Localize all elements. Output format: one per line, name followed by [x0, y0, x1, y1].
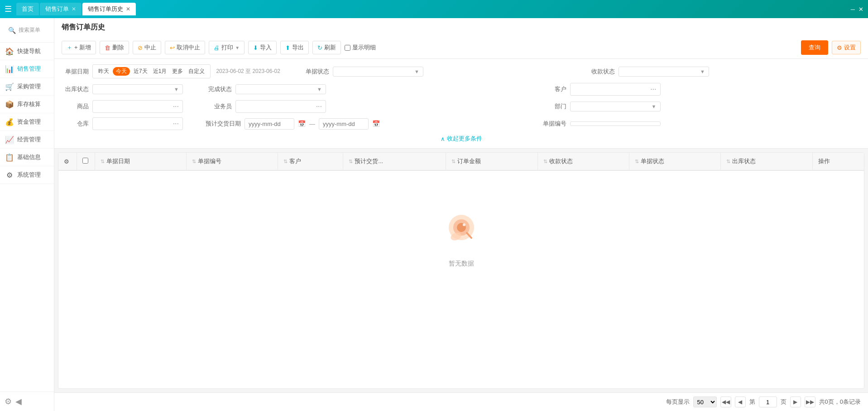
sidebar-item-inventory[interactable]: 📦 库存核算	[0, 96, 54, 113]
refresh-label: 刷新	[324, 44, 336, 52]
print-dropdown-icon: ▼	[235, 45, 240, 50]
page-size-select[interactable]: 50 10 20 100	[693, 396, 717, 407]
current-page-input[interactable]	[759, 396, 777, 407]
customer-dots[interactable]: ···	[650, 85, 656, 93]
salesperson-dots[interactable]: ···	[316, 102, 322, 111]
th-doc-status: ⇅ 单据状态	[629, 153, 721, 170]
export-button[interactable]: ⬆ 导出	[280, 41, 309, 54]
tab-sales-order-history-close[interactable]: ✕	[126, 6, 130, 12]
th-gear[interactable]: ⚙	[58, 153, 77, 170]
goods-filter[interactable]: ···	[92, 100, 183, 113]
completion-status-filter[interactable]: ▼	[235, 84, 326, 94]
first-page-button[interactable]: ◀◀	[720, 396, 731, 407]
import-button[interactable]: ⬇ 导入	[248, 41, 277, 54]
expected-date-end-cal-icon[interactable]: 📅	[372, 120, 380, 127]
prev-page-button[interactable]: ◀	[735, 396, 746, 407]
doc-status-label: 单据状态	[302, 68, 329, 76]
sidebar-item-basic-info[interactable]: 📋 基础信息	[0, 149, 54, 166]
new-button[interactable]: ＋ + 新增	[62, 41, 96, 54]
th-checkbox[interactable]	[77, 153, 95, 170]
tab-sales-order-label: 销售订单	[45, 5, 69, 13]
sys-mgmt-icon: ⚙	[5, 171, 14, 179]
collapse-row: ∧ 收起更多条件	[62, 135, 861, 143]
sidebar-item-finance[interactable]: 💰 资金管理	[0, 113, 54, 131]
outbound-dropdown-icon: ▼	[174, 87, 179, 92]
quick-nav-icon: 🏠	[5, 47, 14, 55]
expected-date-end-input[interactable]	[319, 118, 369, 130]
per-page-label: 每页显示	[666, 398, 690, 406]
collection-status-filter[interactable]: ▼	[619, 67, 709, 77]
gear-icon[interactable]: ⚙	[64, 158, 69, 165]
date-opt-7days[interactable]: 近7天	[132, 67, 149, 76]
filter-row-4: 仓库 ··· 预计交货日期 📅 — 📅 单据编号	[62, 117, 861, 130]
th-outbound-label: 出库状态	[732, 157, 756, 165]
tab-home[interactable]: 首页	[16, 3, 39, 15]
refresh-button[interactable]: ↻ 刷新	[312, 41, 341, 54]
warehouse-filter[interactable]: ···	[92, 117, 183, 130]
date-opt-custom[interactable]: 自定义	[187, 67, 206, 76]
expected-date-start-cal-icon[interactable]: 📅	[298, 120, 306, 127]
display-detail-checkbox[interactable]	[345, 45, 350, 51]
query-label: 查询	[809, 44, 820, 52]
export-label: 导出	[292, 44, 304, 52]
sidebar-collapse-icon[interactable]: ◀	[15, 396, 22, 406]
next-page-button[interactable]: ▶	[790, 396, 801, 407]
date-today-badge[interactable]: 今天	[113, 67, 130, 76]
doc-status-filter[interactable]: ▼	[333, 67, 423, 77]
sidebar-item-quick-nav[interactable]: 🏠 快捷导航	[0, 43, 54, 60]
settings-button[interactable]: ⚙ 设置	[832, 41, 861, 54]
tab-sales-order-close[interactable]: ✕	[72, 6, 76, 12]
date-opt-1month[interactable]: 近1月	[151, 67, 169, 76]
topbar-close-icon[interactable]: ✕	[858, 6, 863, 13]
query-button[interactable]: 查询	[801, 40, 828, 55]
stop-label: 中止	[144, 44, 156, 52]
date-separator: —	[309, 121, 315, 127]
tab-sales-order[interactable]: 销售订单 ✕	[40, 3, 82, 15]
outbound-status-filter[interactable]: ▼	[92, 84, 183, 94]
cancel-stop-label: 取消中止	[177, 44, 200, 52]
th-amount: ⇅ 订单金额	[446, 153, 537, 170]
sidebar-item-sales-mgmt[interactable]: 📊 销售管理	[0, 60, 54, 78]
collapse-btn[interactable]: ∧ 收起更多条件	[441, 135, 482, 143]
date-opt-yesterday[interactable]: 昨天	[96, 67, 111, 76]
delete-button[interactable]: 🗑 删除	[100, 41, 129, 54]
cancel-stop-button[interactable]: ↩ 取消中止	[165, 41, 205, 54]
filter-row-2: 出库状态 ▼ 完成状态 ▼ 客户 ···	[62, 83, 861, 96]
print-icon: 🖨	[214, 44, 220, 51]
sidebar-item-sys-mgmt[interactable]: ⚙ 系统管理	[0, 166, 54, 184]
new-icon: ＋	[67, 44, 72, 52]
cancel-stop-icon: ↩	[170, 44, 175, 51]
doc-status-dropdown-icon: ▼	[414, 69, 419, 74]
warehouse-dots[interactable]: ···	[173, 120, 179, 128]
dept-filter[interactable]: ▼	[570, 102, 661, 111]
date-range-filter[interactable]: 昨天 今天 近7天 近1月 更多 自定义	[92, 64, 211, 78]
sidebar-item-label-finance: 资金管理	[17, 118, 41, 126]
th-outbound: ⇅ 出库状态	[721, 153, 812, 170]
date-filter-label: 单据日期	[62, 68, 89, 76]
goods-dots[interactable]: ···	[173, 102, 179, 111]
stop-button[interactable]: ⊘ 中止	[133, 41, 161, 54]
sidebar-search-item[interactable]: 🔍 搜索菜单	[4, 23, 50, 38]
topbar-minus-icon[interactable]: ─	[851, 6, 855, 13]
last-page-button[interactable]: ▶▶	[805, 396, 815, 407]
filter-row-1: 单据日期 昨天 今天 近7天 近1月 更多 自定义 2023-06-02 至 2…	[62, 64, 861, 78]
sidebar-settings-icon[interactable]: ⚙	[5, 396, 12, 406]
operations-icon: 📈	[5, 135, 14, 144]
expected-date-start-input[interactable]	[245, 118, 294, 130]
tab-sales-order-history[interactable]: 销售订单历史 ✕	[82, 3, 136, 15]
sidebar-item-label-basic-info: 基础信息	[17, 153, 41, 161]
sort-icon-doc-status: ⇅	[635, 159, 639, 164]
customer-filter[interactable]: ···	[570, 83, 661, 96]
print-button[interactable]: 🖨 打印 ▼	[209, 41, 245, 54]
select-all-checkbox[interactable]	[82, 158, 88, 164]
display-detail-toggle[interactable]: 显示明细	[345, 44, 376, 52]
sidebar-item-operations[interactable]: 📈 经营管理	[0, 131, 54, 149]
date-opt-more[interactable]: 更多	[170, 67, 185, 76]
doc-no-filter[interactable]	[570, 121, 661, 126]
salesperson-label: 业务员	[205, 102, 232, 111]
sidebar-item-purchase-mgmt[interactable]: 🛒 采购管理	[0, 78, 54, 96]
sort-icon-no: ⇅	[192, 159, 196, 164]
salesperson-filter[interactable]: ···	[235, 100, 326, 113]
outbound-status-label: 出库状态	[62, 85, 89, 93]
table-header-row: ⚙ ⇅ 单据日期 ⇅	[58, 153, 864, 170]
